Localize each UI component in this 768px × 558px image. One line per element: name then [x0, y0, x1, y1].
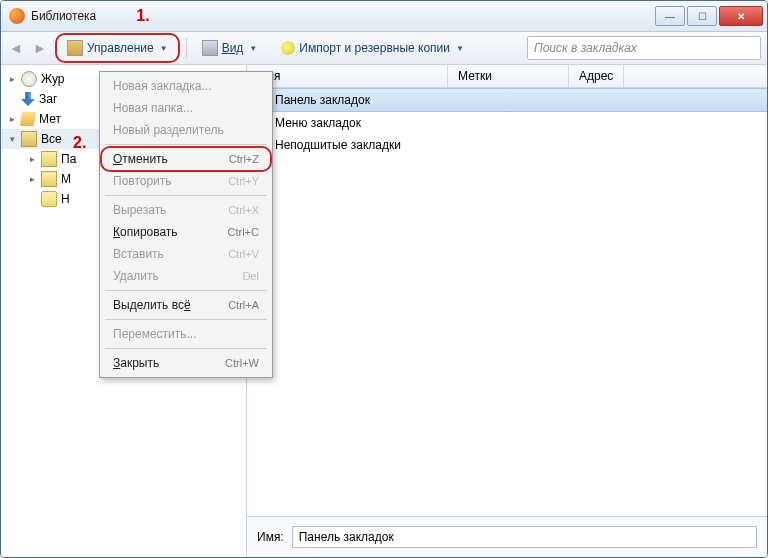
view-button[interactable]: Вид ▼ — [193, 35, 267, 61]
import-button[interactable]: Импорт и резервные копии ▼ — [272, 35, 473, 61]
forward-button[interactable]: ► — [31, 39, 49, 57]
unfiled-icon — [41, 191, 57, 207]
window-title: Библиотека — [31, 9, 96, 23]
col-address[interactable]: Адрес — [569, 65, 624, 87]
toolbar: ◄ ► Управление ▼ Вид ▼ Импорт и резервны… — [1, 32, 767, 65]
folder-icon — [41, 151, 57, 167]
star-icon — [281, 41, 295, 55]
menu-undo[interactable]: ОтменитьCtrl+Z — [103, 148, 269, 170]
search-input[interactable]: Поиск в закладках — [527, 36, 761, 60]
menu-new-separator[interactable]: Новый разделитель — [103, 119, 269, 141]
tags-icon — [20, 112, 36, 126]
annotation-2: 2. — [73, 134, 86, 152]
view-label: Вид — [222, 41, 244, 55]
menu-cut[interactable]: ВырезатьCtrl+X — [103, 199, 269, 221]
manage-button[interactable]: Управление ▼ — [55, 33, 180, 63]
search-placeholder: Поиск в закладках — [534, 41, 637, 55]
col-name[interactable]: Имя — [247, 65, 448, 87]
menu-separator — [105, 195, 267, 196]
chevron-down-icon: ▼ — [160, 44, 168, 53]
maximize-button[interactable]: ☐ — [687, 6, 717, 26]
toolbar-separator — [186, 38, 187, 58]
menu-move[interactable]: Переместить... — [103, 323, 269, 345]
manage-label: Управление — [87, 41, 154, 55]
minimize-button[interactable]: — — [655, 6, 685, 26]
manage-dropdown-menu: Новая закладка... Новая папка... Новый р… — [99, 71, 273, 378]
library-window: Библиотека 1. — ☐ ✕ ◄ ► Управление ▼ Вид… — [0, 0, 768, 558]
menu-new-folder[interactable]: Новая папка... — [103, 97, 269, 119]
close-button[interactable]: ✕ — [719, 6, 763, 26]
download-icon — [21, 92, 35, 106]
back-button[interactable]: ◄ — [7, 39, 25, 57]
column-headers[interactable]: Имя Метки Адрес — [247, 65, 767, 88]
menu-separator — [105, 319, 267, 320]
menu-select-all[interactable]: Выделить всёCtrl+A — [103, 294, 269, 316]
firefox-icon — [9, 8, 25, 24]
import-label: Импорт и резервные копии — [299, 41, 450, 55]
view-icon — [202, 40, 218, 56]
details-pane: Имя: — [247, 516, 767, 557]
titlebar[interactable]: Библиотека 1. — ☐ ✕ — [1, 1, 767, 32]
bookmark-list[interactable]: Панель закладок Меню закладок Неподшитые… — [247, 88, 767, 516]
menu-paste[interactable]: ВставитьCtrl+V — [103, 243, 269, 265]
col-tags[interactable]: Метки — [448, 65, 569, 87]
chevron-down-icon: ▼ — [456, 44, 464, 53]
clock-icon — [21, 71, 37, 87]
menu-copy[interactable]: КопироватьCtrl+C — [103, 221, 269, 243]
list-item[interactable]: Панель закладок — [247, 88, 767, 112]
menu-separator — [105, 144, 267, 145]
list-item[interactable]: Меню закладок — [247, 112, 767, 134]
bookmarks-icon — [21, 131, 37, 147]
chevron-down-icon: ▼ — [249, 44, 257, 53]
annotation-1: 1. — [136, 7, 149, 25]
folder-icon — [41, 171, 57, 187]
list-item[interactable]: Неподшитые закладки — [247, 134, 767, 156]
menu-delete[interactable]: УдалитьDel — [103, 265, 269, 287]
menu-separator — [105, 348, 267, 349]
manage-icon — [67, 40, 83, 56]
menu-close[interactable]: ЗакрытьCtrl+W — [103, 352, 269, 374]
main-panel: Имя Метки Адрес Панель закладок Меню зак… — [247, 65, 767, 557]
menu-redo[interactable]: ПовторитьCtrl+Y — [103, 170, 269, 192]
details-name-input[interactable] — [292, 526, 757, 548]
menu-new-bookmark[interactable]: Новая закладка... — [103, 75, 269, 97]
details-name-label: Имя: — [257, 530, 284, 544]
menu-separator — [105, 290, 267, 291]
